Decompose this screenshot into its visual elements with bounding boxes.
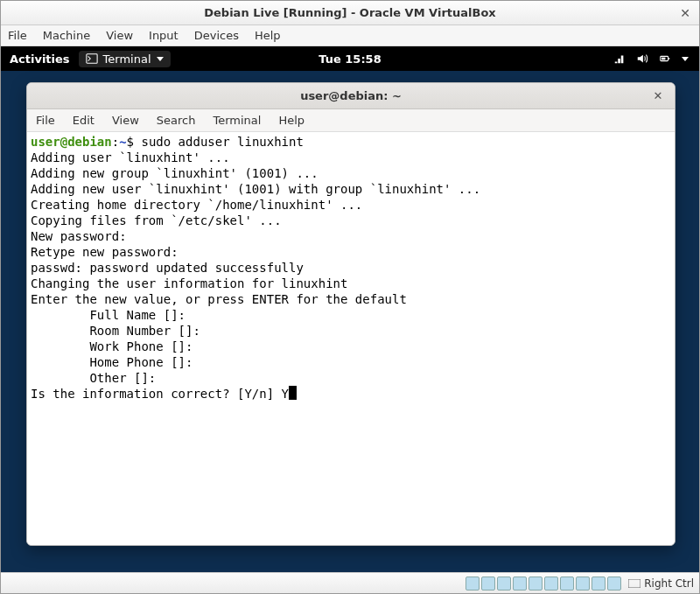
- term-menu-terminal[interactable]: Terminal: [213, 114, 261, 127]
- app-menu-label: Terminal: [103, 52, 151, 66]
- menu-input[interactable]: Input: [149, 29, 178, 42]
- svg-rect-0: [86, 54, 96, 64]
- terminal-title: user@debian: ~: [300, 89, 402, 102]
- term-menu-file[interactable]: File: [36, 114, 55, 127]
- term-line: Home Phone []:: [31, 355, 192, 369]
- terminal-menubar: File Edit View Search Terminal Help: [27, 109, 675, 132]
- term-menu-help[interactable]: Help: [278, 114, 304, 127]
- status-icon[interactable]: [481, 577, 495, 591]
- power-icon: [659, 52, 671, 65]
- term-line: Retype new password:: [31, 245, 178, 259]
- term-line: New password:: [31, 229, 127, 243]
- prompt-sep: :: [112, 135, 119, 149]
- menu-devices[interactable]: Devices: [194, 29, 239, 42]
- status-icon[interactable]: [466, 577, 480, 591]
- term-line: Room Number []:: [31, 324, 200, 338]
- virtualbox-window: Debian Live [Running] - Oracle VM Virtua…: [0, 0, 700, 594]
- status-icon[interactable]: [607, 577, 621, 591]
- host-key-label: Right Ctrl: [644, 577, 694, 590]
- term-line: Other []:: [31, 371, 156, 385]
- term-line: Full Name []:: [31, 308, 186, 322]
- menu-file[interactable]: File: [8, 29, 27, 42]
- status-icon[interactable]: [528, 577, 542, 591]
- menu-help[interactable]: Help: [255, 29, 281, 42]
- app-menu[interactable]: Terminal: [79, 51, 171, 67]
- status-icon[interactable]: [544, 577, 558, 591]
- svg-rect-4: [628, 579, 640, 588]
- term-line: Adding new user `linuxhint' (1001) with …: [31, 182, 480, 196]
- clock[interactable]: Tue 15:58: [318, 52, 381, 66]
- status-icon[interactable]: [592, 577, 606, 591]
- term-line: Adding user `linuxhint' ...: [31, 150, 230, 164]
- close-icon[interactable]: ✕: [680, 6, 690, 20]
- network-icon: [613, 52, 626, 65]
- desktop: user@debian: ~ ✕ File Edit View Search T…: [1, 71, 699, 572]
- term-line: Adding new group `linuxhint' (1001) ...: [31, 166, 318, 180]
- terminal-titlebar[interactable]: user@debian: ~ ✕: [27, 83, 675, 109]
- status-icon[interactable]: [497, 577, 511, 591]
- vbox-statusbar: Right Ctrl: [1, 572, 699, 593]
- term-line: Is the information correct? [Y/n]: [31, 387, 282, 401]
- vbox-title: Debian Live [Running] - Oracle VM Virtua…: [204, 6, 496, 19]
- prompt-path: ~: [119, 135, 126, 149]
- svg-rect-2: [668, 58, 669, 59]
- menu-view[interactable]: View: [106, 29, 133, 42]
- user-input: Y: [282, 387, 289, 401]
- term-menu-edit[interactable]: Edit: [73, 114, 94, 127]
- command-text: sudo adduser linuxhint: [141, 135, 303, 149]
- term-menu-search[interactable]: Search: [157, 114, 196, 127]
- term-line: passwd: password updated successfully: [31, 261, 304, 275]
- system-tray[interactable]: [613, 52, 699, 65]
- menu-machine[interactable]: Machine: [43, 29, 90, 42]
- term-line: Enter the new value, or press ENTER for …: [31, 292, 407, 306]
- chevron-down-icon: [682, 57, 689, 61]
- vbox-titlebar[interactable]: Debian Live [Running] - Oracle VM Virtua…: [1, 1, 699, 25]
- term-line: Work Phone []:: [31, 339, 192, 353]
- terminal-icon: [86, 52, 98, 65]
- prompt-user: user@debian: [31, 135, 112, 149]
- status-icons: [466, 577, 621, 591]
- terminal-window: user@debian: ~ ✕ File Edit View Search T…: [26, 82, 676, 546]
- term-menu-view[interactable]: View: [112, 114, 139, 127]
- chevron-down-icon: [157, 57, 164, 61]
- status-icon[interactable]: [513, 577, 527, 591]
- close-icon[interactable]: ✕: [650, 88, 666, 104]
- status-icon[interactable]: [576, 577, 590, 591]
- vbox-menubar: File Machine View Input Devices Help: [1, 25, 699, 46]
- term-line: Creating home directory `/home/linuxhint…: [31, 198, 362, 212]
- term-line: Changing the user information for linuxh…: [31, 276, 347, 290]
- prompt-sep: $: [127, 135, 142, 149]
- cursor: [289, 386, 297, 400]
- volume-icon: [636, 52, 648, 65]
- svg-rect-3: [662, 58, 665, 60]
- term-line: Copying files from `/etc/skel' ...: [31, 213, 282, 227]
- keyboard-icon: [628, 579, 640, 588]
- gnome-topbar: Activities Terminal Tue 15:58: [1, 46, 699, 71]
- terminal-body[interactable]: user@debian:~$ sudo adduser linuxhint Ad…: [27, 132, 675, 545]
- activities-button[interactable]: Activities: [10, 52, 70, 66]
- host-key-indicator[interactable]: Right Ctrl: [628, 577, 694, 590]
- status-icon[interactable]: [560, 577, 574, 591]
